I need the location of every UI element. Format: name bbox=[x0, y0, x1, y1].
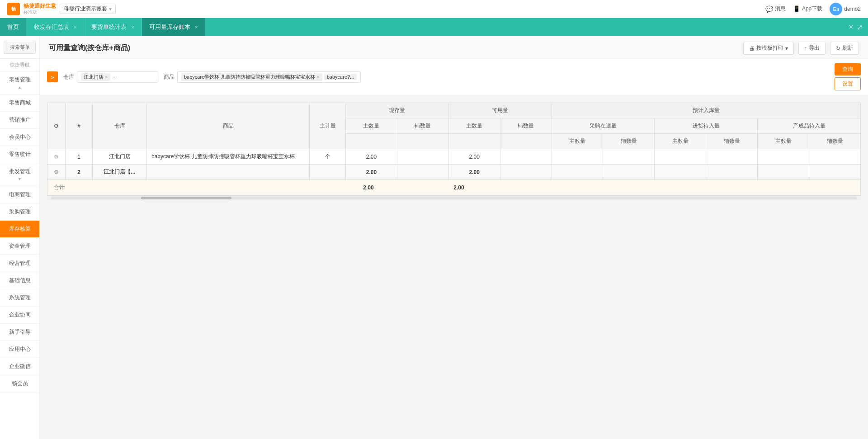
col-incoming-sub-header: 辅数量 bbox=[706, 134, 758, 149]
sidebar-item-new-guide[interactable]: 新手引导 bbox=[0, 324, 39, 341]
export-btn[interactable]: ↑ 导出 bbox=[798, 42, 826, 55]
sidebar-item-app-center[interactable]: 应用中心 bbox=[0, 341, 39, 358]
row-production-sub bbox=[809, 165, 861, 180]
sidebar-item-enterprise[interactable]: 企业协同 bbox=[0, 307, 39, 324]
sidebar-item-label: 经营管理 bbox=[9, 260, 31, 267]
group-current-header: 现存量 bbox=[346, 103, 449, 118]
sidebar-item-label: 系统管理 bbox=[9, 294, 31, 302]
col-a-main2 bbox=[448, 134, 500, 149]
refresh-btn[interactable]: ↻ 刷新 bbox=[830, 42, 859, 55]
table-row: ⚙ 1 江北门店 babycare学饮杯 儿童防摔防撞吸管杯重力球吸嘴杯宝宝水杯… bbox=[47, 149, 861, 165]
scrollbar-thumb[interactable] bbox=[141, 197, 231, 199]
col-a-sub2 bbox=[500, 134, 552, 149]
sidebar-item-member[interactable]: 会员中心 bbox=[0, 129, 39, 146]
message-label: 消息 bbox=[775, 5, 786, 13]
export-icon: ↑ bbox=[804, 45, 807, 52]
filter-more-btn[interactable]: ··· bbox=[112, 74, 117, 80]
tab-order[interactable]: 要货单统计表 × bbox=[84, 18, 142, 36]
sidebar-item-retail-store[interactable]: 零售商城 bbox=[0, 94, 39, 112]
sidebar-quick-nav[interactable]: 快捷导航 bbox=[0, 59, 39, 71]
sidebar-item-purchase[interactable]: 采购管理 bbox=[0, 203, 39, 221]
tab-order-close[interactable]: × bbox=[131, 24, 134, 30]
sidebar-item-ecommerce[interactable]: 电商管理 bbox=[0, 186, 39, 203]
industry-selector[interactable]: 母婴行业演示账套 ▾ bbox=[60, 4, 116, 14]
tab-available-label: 可用量库存账本 bbox=[149, 23, 190, 31]
row-current-sub bbox=[397, 165, 448, 180]
footer-available-main: 2.00 bbox=[436, 184, 481, 191]
sidebar-item-marketing[interactable]: 营销推广 bbox=[0, 112, 39, 129]
product-input[interactable]: babycare学饮杯 儿童防摔防撞吸管杯重力球吸嘴杯宝宝水杯 × babyca… bbox=[177, 71, 361, 83]
tab-receive-close[interactable]: × bbox=[74, 24, 76, 30]
filter-settings-btn[interactable]: 设置 bbox=[835, 77, 861, 90]
sidebar-item-finance[interactable]: 资金管理 bbox=[0, 238, 39, 255]
product-tag-1-close[interactable]: × bbox=[316, 74, 319, 80]
nav-tabs: 首页 收发存汇总表 × 要货单统计表 × 可用量库存账本 × × ⤢ bbox=[0, 18, 868, 36]
app-download-btn[interactable]: 📱 App下载 bbox=[793, 5, 822, 13]
maximize-window-icon[interactable]: ⤢ bbox=[857, 23, 863, 32]
sidebar-item-label: 资金管理 bbox=[9, 242, 31, 250]
sidebar-item-retail-stats[interactable]: 零售统计 bbox=[0, 146, 39, 163]
col-settings-header[interactable]: ⚙ bbox=[47, 103, 66, 149]
row-settings[interactable]: ⚙ bbox=[47, 149, 66, 165]
sidebar-item-basic[interactable]: 基础信息 bbox=[0, 272, 39, 289]
table-footer: 合计 2.00 2.00 bbox=[47, 180, 861, 195]
row-product bbox=[147, 165, 310, 180]
footer-label: 合计 bbox=[47, 184, 346, 191]
col-index-header: # bbox=[66, 103, 93, 149]
row-available-main: 2.00 bbox=[448, 165, 500, 180]
row-settings[interactable]: ⚙ bbox=[47, 165, 66, 180]
nav-tab-actions: × ⤢ bbox=[844, 18, 868, 36]
row-current-sub bbox=[397, 149, 448, 165]
row-available-main: 2.00 bbox=[448, 149, 500, 165]
scrollbar-track bbox=[51, 197, 857, 199]
print-icon: 🖨 bbox=[749, 45, 755, 52]
tab-available[interactable]: 可用量库存账本 × bbox=[142, 18, 205, 36]
refresh-label: 刷新 bbox=[842, 44, 853, 52]
product-label: 商品 bbox=[164, 73, 175, 81]
sidebar-item-member2[interactable]: 畅会员 bbox=[0, 375, 39, 392]
sidebar-item-system[interactable]: 系统管理 bbox=[0, 289, 39, 307]
filter-expand-btn[interactable]: » bbox=[47, 71, 58, 82]
footer-current-main: 2.00 bbox=[346, 184, 391, 191]
message-btn[interactable]: 💬 消息 bbox=[765, 5, 786, 13]
horizontal-scrollbar[interactable] bbox=[47, 195, 861, 200]
group-available-header: 可用量 bbox=[448, 103, 552, 118]
tab-order-label: 要货单统计表 bbox=[91, 23, 127, 31]
content-area: 可用量查询(按仓库+商品) 🖨 按模板打印 ▾ ↑ 导出 ↻ 刷新 » bbox=[40, 36, 868, 439]
tab-available-close[interactable]: × bbox=[195, 24, 198, 30]
product-tag-2: babycare?... bbox=[324, 74, 357, 80]
sidebar-item-label: 电商管理 bbox=[9, 191, 31, 198]
sidebar-item-label: 应用中心 bbox=[9, 345, 31, 353]
close-window-icon[interactable]: × bbox=[849, 23, 853, 31]
industry-label: 母婴行业演示账套 bbox=[64, 5, 107, 13]
tab-receive[interactable]: 收发存汇总表 × bbox=[27, 18, 84, 36]
sidebar-search-area: 搜索菜单 bbox=[0, 36, 39, 59]
sidebar-item-retail[interactable]: 零售管理 ▲ bbox=[0, 71, 39, 94]
col-c-main2 bbox=[346, 134, 397, 149]
app-name: 畅捷通好生意 bbox=[24, 3, 56, 9]
row-current-main: 2.00 bbox=[346, 165, 397, 180]
table-area: ⚙ # 仓库 商品 主计量 现存量 可用量 预计入库量 主数量 辅数量 主数量 bbox=[40, 95, 868, 439]
sidebar-item-label: 零售统计 bbox=[9, 151, 31, 158]
warehouse-tag-close[interactable]: × bbox=[105, 74, 108, 80]
search-menu-button[interactable]: 搜索菜单 bbox=[4, 41, 36, 54]
row-warehouse: 江北门店【... bbox=[93, 165, 147, 180]
sidebar-item-inventory[interactable]: 库存核算 bbox=[0, 221, 39, 238]
warehouse-input[interactable]: 江北门店 × ··· bbox=[77, 71, 158, 83]
main-layout: 搜索菜单 快捷导航 零售管理 ▲ 零售商城 营销推广 会员中心 零售统计 批发管… bbox=[0, 36, 868, 439]
tab-home[interactable]: 首页 bbox=[0, 18, 27, 36]
subgroup-production-header: 产成品待入量 bbox=[758, 118, 861, 134]
product-tag-1: babycare学饮杯 儿童防摔防撞吸管杯重力球吸嘴杯宝宝水杯 × bbox=[181, 73, 322, 81]
user-profile[interactable]: Ea demo2 bbox=[830, 3, 861, 15]
query-btn[interactable]: 查询 bbox=[835, 63, 861, 76]
sidebar-item-operations[interactable]: 经营管理 bbox=[0, 255, 39, 272]
row-warehouse: 江北门店 bbox=[93, 149, 147, 165]
sidebar-item-enterprise-wechat[interactable]: 企业微信 bbox=[0, 358, 39, 375]
template-print-btn[interactable]: 🖨 按模板打印 ▾ bbox=[743, 42, 794, 55]
col-production-sub-header: 辅数量 bbox=[809, 134, 861, 149]
sidebar-item-wholesale[interactable]: 批发管理 ▼ bbox=[0, 163, 39, 186]
settings-icon: ⚙ bbox=[54, 123, 59, 129]
row-production-sub bbox=[809, 149, 861, 165]
row-index: 2 bbox=[66, 165, 93, 180]
sidebar-item-label: 企业微信 bbox=[9, 363, 31, 370]
